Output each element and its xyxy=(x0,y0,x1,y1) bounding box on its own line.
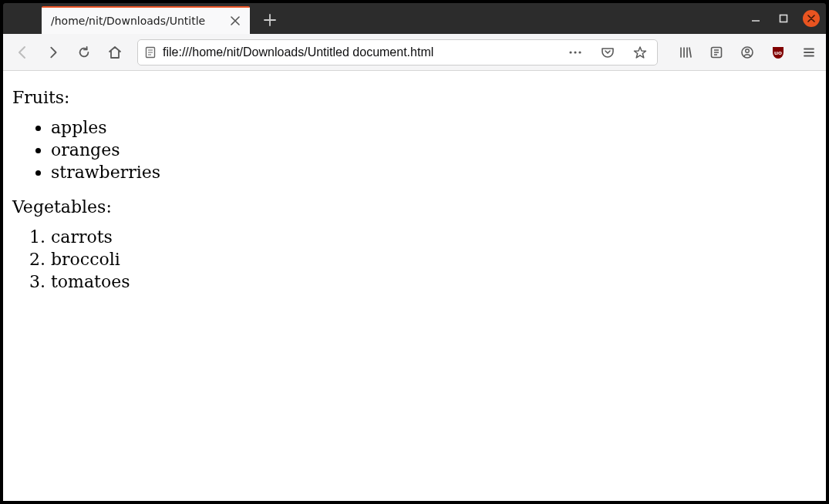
window-close-button[interactable] xyxy=(803,10,820,27)
page-content: Fruits: apples oranges strawberries Vege… xyxy=(3,71,826,501)
address-bar[interactable] xyxy=(137,39,658,66)
browser-tab[interactable]: /home/nit/Downloads/Untitle xyxy=(42,6,250,34)
svg-text:uo: uo xyxy=(774,49,782,56)
fruits-list: apples oranges strawberries xyxy=(12,116,817,183)
svg-point-2 xyxy=(569,51,571,53)
window-controls xyxy=(747,3,820,34)
toolbar: uo xyxy=(3,34,826,71)
list-item: tomatoes xyxy=(51,270,817,293)
list-item: carrots xyxy=(51,226,817,248)
list-item: strawberries xyxy=(51,161,817,183)
reader-view-icon[interactable] xyxy=(706,42,727,63)
heading-fruits: Fruits: xyxy=(12,88,817,107)
bookmark-star-icon[interactable] xyxy=(629,42,651,63)
tab-title: /home/nit/Downloads/Untitle xyxy=(51,15,222,27)
close-tab-icon[interactable] xyxy=(228,14,242,28)
account-icon[interactable] xyxy=(736,42,758,63)
forward-button[interactable] xyxy=(40,39,66,66)
maximize-button[interactable] xyxy=(775,10,792,27)
tab-strip: /home/nit/Downloads/Untitle xyxy=(3,3,826,34)
pocket-icon[interactable] xyxy=(597,42,618,63)
svg-point-7 xyxy=(746,49,750,52)
svg-rect-0 xyxy=(780,15,787,22)
minimize-button[interactable] xyxy=(747,10,764,27)
page-actions-icon[interactable] xyxy=(564,42,586,63)
svg-point-3 xyxy=(574,51,576,53)
library-icon[interactable] xyxy=(675,42,696,63)
back-button[interactable] xyxy=(9,39,35,66)
menu-icon[interactable] xyxy=(798,42,820,63)
url-input[interactable] xyxy=(163,45,558,59)
browser-window: /home/nit/Downloads/Untitle xyxy=(3,3,826,501)
list-item: oranges xyxy=(51,139,817,161)
list-item: apples xyxy=(51,116,817,139)
list-item: broccoli xyxy=(51,248,817,270)
urlbar-actions xyxy=(564,42,651,63)
heading-vegetables: Vegetables: xyxy=(12,197,817,217)
ublock-icon[interactable]: uo xyxy=(767,42,789,63)
page-info-icon[interactable] xyxy=(144,46,157,59)
svg-point-4 xyxy=(578,51,581,53)
vegetables-list: carrots broccoli tomatoes xyxy=(12,226,817,293)
new-tab-button[interactable] xyxy=(256,6,284,34)
toolbar-extensions: uo xyxy=(667,42,820,63)
home-button[interactable] xyxy=(102,39,128,66)
reload-button[interactable] xyxy=(71,39,97,66)
